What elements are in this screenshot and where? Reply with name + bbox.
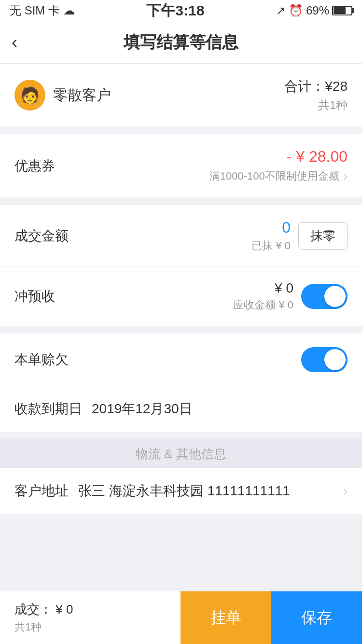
precharge-label: 冲预收 [14,287,55,306]
battery-icon [332,6,352,15]
customer-left: 🧑 零散客户 [14,80,111,111]
customer-total: 合计：¥28 共1种 [284,77,348,113]
save-button[interactable]: 保存 [271,591,362,644]
precharge-sub-label: 应收金额 ¥ 0 [233,298,293,312]
coupon-arrow-icon: › [343,168,348,184]
bottom-bar: 成交： ¥ 0 共1种 挂单 保存 [0,591,362,644]
debt-section: 本单赊欠 收款到期日 2019年12月30日 [0,334,362,432]
nav-title: 填写结算等信息 [124,31,238,54]
customer-avatar: 🧑 [14,80,45,111]
precharge-value: ¥ 0 [233,280,293,296]
customer-section: 🧑 零散客户 合计：¥28 共1种 [0,64,362,126]
alarm-icon: ⏰ [289,4,303,17]
customer-name: 零散客户 [53,85,111,105]
back-button[interactable]: ‹ [12,32,17,53]
coupon-row[interactable]: 优惠券 - ¥ 28.00 满1000-100不限制使用金额 › [0,134,362,197]
precharge-row: 冲预收 ¥ 0 应收金额 ¥ 0 [0,266,362,326]
debt-toggle[interactable] [301,347,348,372]
coupon-label: 优惠券 [14,157,55,175]
location-icon: ↗ [276,4,286,17]
logistics-divider: 物流 & 其他信息 [0,439,362,468]
status-left: 无 SIM 卡 ☁ [10,3,75,18]
due-date-row: 收款到期日 2019年12月30日 [0,386,362,432]
address-arrow-icon: › [343,483,348,499]
coupon-right: - ¥ 28.00 满1000-100不限制使用金额 › [209,148,348,184]
bottom-info: 成交： ¥ 0 共1种 [0,591,181,644]
coupon-description: 满1000-100不限制使用金额 [209,169,339,183]
main-content: 🧑 零散客户 合计：¥28 共1种 优惠券 - ¥ 28.00 满1000-10… [0,64,362,644]
address-section[interactable]: 客户地址 张三 海淀永丰科技园 11111111111 › [0,468,362,514]
status-time: 下午3:18 [146,1,204,21]
hang-order-button[interactable]: 挂单 [181,591,271,644]
avatar-icon: 🧑 [20,86,40,104]
status-bar: 无 SIM 卡 ☁ 下午3:18 ↗ ⏰ 69% [0,0,362,21]
logistics-label: 物流 & 其他信息 [136,446,226,462]
transaction-label: 成交金额 [14,227,69,245]
sim-label: 无 SIM 卡 ☁ [10,3,75,18]
coupon-section: 优惠券 - ¥ 28.00 满1000-100不限制使用金额 › [0,134,362,197]
address-label: 客户地址 [14,482,69,500]
transaction-row: 成交金额 0 已抹 ¥ 0 抹零 [0,205,362,266]
due-date-value: 2019年12月30日 [92,400,193,418]
transaction-section: 成交金额 0 已抹 ¥ 0 抹零 冲预收 ¥ 0 应收金额 ¥ 0 [0,205,362,326]
transaction-value: 0 [251,219,291,237]
due-date-label: 收款到期日 [14,400,82,418]
bottom-transaction-label: 成交： [14,602,52,616]
precharge-toggle[interactable] [301,284,348,309]
round-button[interactable]: 抹零 [298,222,348,250]
status-right: ↗ ⏰ 69% [276,4,352,17]
debt-toggle-knob [324,349,346,370]
bottom-transaction: 成交： ¥ 0 [14,601,166,618]
address-value: 张三 海淀永丰科技园 11111111111 [78,482,339,500]
toggle-knob [324,286,346,307]
battery-label: 69% [306,4,329,17]
debt-row: 本单赊欠 [0,334,362,386]
precharge-amounts: ¥ 0 应收金额 ¥ 0 [233,280,293,312]
nav-bar: ‹ 填写结算等信息 [0,21,362,64]
bottom-count: 共1种 [14,620,166,634]
precharge-right: ¥ 0 应收金额 ¥ 0 [233,280,348,312]
transaction-right: 0 已抹 ¥ 0 抹零 [251,219,348,253]
bottom-transaction-value: ¥ 0 [56,602,73,616]
debt-label: 本单赊欠 [14,350,69,369]
coupon-discount: - ¥ 28.00 [287,148,348,166]
total-count: 共1种 [284,98,348,113]
total-price: 合计：¥28 [284,77,348,96]
already-rounded-label: 已抹 ¥ 0 [251,238,291,253]
